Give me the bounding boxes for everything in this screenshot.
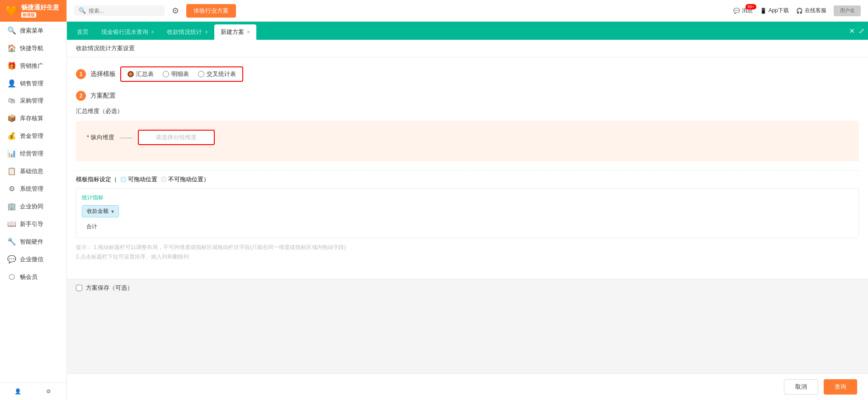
sidebar-item-quick-nav[interactable]: 🏠快捷导航: [0, 39, 66, 57]
dimension-section-title: 汇总维度（必选）: [76, 107, 859, 115]
sidebar-label-quick-nav: 快捷导航: [20, 44, 43, 52]
cancel-button[interactable]: 取消: [784, 379, 818, 395]
metric-sub-row: 合计: [82, 221, 853, 232]
page-content: 收款情况统计方案设置 1 选择模板 汇总表 明细表: [67, 40, 868, 373]
gear-icon[interactable]: ⚙: [172, 6, 179, 16]
sidebar-logo: 🧡 畅捷通好生意 标准版: [0, 0, 66, 22]
sidebar-label-corp: 企业协同: [20, 202, 43, 211]
expand-tab-icon[interactable]: ⤢: [859, 27, 864, 35]
dimension-select-button[interactable]: 请选择分组维度: [138, 130, 215, 145]
sidebar-label-guide: 新手引导: [20, 220, 43, 228]
metric-card-receipt[interactable]: 收款金额 ▾: [82, 205, 119, 217]
template-radio-group: 汇总表 明细表 交叉统计表: [120, 66, 243, 82]
metrics-header-label: 模板指标设定（: [76, 175, 117, 184]
page-header: 收款情况统计方案设置: [67, 40, 868, 57]
legend-fixed-text: 不可拖动位置）: [168, 175, 209, 184]
radio-detail[interactable]: 明细表: [163, 70, 189, 78]
sidebar-item-guide[interactable]: 📖新手引导: [0, 215, 66, 233]
radio-cross-input[interactable]: [198, 71, 204, 77]
close-tab-icon[interactable]: ✕: [849, 27, 855, 35]
legend-fixed-dot: [161, 177, 166, 182]
sidebar-icon-marketing: 🎁: [7, 61, 16, 70]
sidebar-icon-quick-nav: 🏠: [7, 44, 16, 52]
metric-card-row: 收款金额 ▾: [82, 205, 853, 221]
metrics-area: 统计指标 收款金额 ▾ 合计: [76, 188, 859, 238]
sidebar-label-purchase: 采购管理: [20, 97, 43, 105]
page-footer: 方案保存（可选）: [67, 279, 868, 296]
sidebar-item-corp[interactable]: 🏢企业协同: [0, 198, 66, 215]
metric-card-chevron: ▾: [111, 208, 114, 215]
sidebar-icon-wechat: 💬: [7, 255, 16, 264]
save-plan-checkbox[interactable]: [76, 285, 82, 291]
main-area: 🔍 ⚙ 体验行业方案 💬 消息 99+ 📱 App下载 🎧 在线客服 用户名 首…: [67, 0, 868, 400]
tabs-bar: 首页现金银行流水查询 ×收款情况统计 ×新建方案 × ✕ ⤢: [67, 22, 868, 40]
topbar-search-box[interactable]: 🔍: [74, 5, 165, 16]
sidebar-item-search-menu[interactable]: 🔍搜索菜单: [0, 22, 66, 39]
sidebar-item-operation[interactable]: 📊经营管理: [0, 145, 66, 162]
sidebar-label-search-menu: 搜索菜单: [20, 27, 43, 35]
message-button[interactable]: 💬 消息 99+: [733, 7, 753, 14]
sidebar-bottom: 👤 ⚙: [0, 382, 66, 400]
sidebar-icon-sales: 👤: [7, 79, 16, 88]
sidebar-item-finance[interactable]: 💰资金管理: [0, 127, 66, 145]
sidebar-icon-purchase: 🛍: [7, 97, 16, 105]
tip-2: 2.点击标题栏下拉可设置排序、插入列和删除列: [76, 253, 859, 261]
tab-close-bank-flow[interactable]: ×: [151, 29, 154, 35]
app-name: 畅捷通好生意: [21, 4, 59, 11]
sidebar-item-system[interactable]: ⚙系统管理: [0, 180, 66, 198]
tabs-actions: ✕ ⤢: [849, 27, 864, 35]
sidebar-item-purchase[interactable]: 🛍采购管理: [0, 92, 66, 109]
radio-summary-input[interactable]: [127, 71, 134, 77]
topbar-right: 💬 消息 99+ 📱 App下载 🎧 在线客服 用户名: [733, 5, 861, 16]
message-icon: 💬: [733, 8, 740, 14]
sidebar-item-member[interactable]: ⬡畅会员: [0, 268, 66, 286]
tab-new-plan[interactable]: 新建方案 ×: [214, 24, 256, 40]
step2-section: 2 方案配置 汇总维度（必选） * 纵向维度 —— 请选择分组维度: [76, 91, 859, 261]
vertical-label-text: * 纵向维度: [87, 133, 114, 141]
sidebar-item-hardware[interactable]: 🔧智能硬件: [0, 233, 66, 250]
query-button[interactable]: 查询: [824, 379, 857, 395]
radio-detail-input[interactable]: [163, 71, 169, 77]
tab-close-new-plan[interactable]: ×: [247, 29, 250, 35]
tab-close-receipt-stat[interactable]: ×: [205, 29, 208, 35]
breadcrumb: 收款情况统计方案设置: [76, 45, 135, 52]
plan-config: 汇总维度（必选） * 纵向维度 —— 请选择分组维度 模板指标: [76, 107, 859, 261]
form-area: 1 选择模板 汇总表 明细表 交叉统计表: [67, 57, 868, 279]
sidebar-bottom-left[interactable]: 👤: [4, 386, 33, 396]
sidebar-icon-finance: 💰: [7, 132, 16, 140]
action-bar: 取消 查询: [67, 373, 868, 400]
step1-number: 1: [76, 69, 86, 79]
tab-home[interactable]: 首页: [71, 24, 95, 40]
sidebar-item-wechat[interactable]: 💬企业微信: [0, 250, 66, 268]
avatar[interactable]: 用户名: [834, 5, 861, 16]
sidebar: 🧡 畅捷通好生意 标准版 🔍搜索菜单🏠快捷导航🎁营销推广👤销售管理🛍采购管理📦库…: [0, 0, 67, 400]
tab-receipt-stat[interactable]: 收款情况统计 ×: [160, 24, 214, 40]
sidebar-icon-search-menu: 🔍: [7, 26, 16, 35]
sidebar-label-hardware: 智能硬件: [20, 238, 43, 246]
radio-cross[interactable]: 交叉统计表: [198, 70, 236, 78]
search-input[interactable]: [89, 8, 152, 14]
sidebar-label-finance: 资金管理: [20, 132, 43, 140]
tab-bank-flow[interactable]: 现金银行流水查询 ×: [95, 24, 160, 40]
step1-section: 1 选择模板 汇总表 明细表 交叉统计表: [76, 66, 859, 82]
download-button[interactable]: 📱 App下载: [760, 7, 789, 14]
service-icon: 🎧: [796, 8, 803, 14]
service-button[interactable]: 🎧 在线客服: [796, 7, 826, 14]
radio-detail-label: 明细表: [171, 70, 189, 78]
legend-fixed: 不可拖动位置）: [161, 175, 209, 184]
vertical-dimension-row: * 纵向维度 —— 请选择分组维度: [87, 130, 848, 145]
radio-cross-label: 交叉统计表: [207, 70, 236, 78]
sidebar-item-marketing[interactable]: 🎁营销推广: [0, 57, 66, 75]
topbar: 🔍 ⚙ 体验行业方案 💬 消息 99+ 📱 App下载 🎧 在线客服 用户名: [67, 0, 868, 22]
radio-summary[interactable]: 汇总表: [127, 70, 154, 78]
sidebar-item-sales[interactable]: 👤销售管理: [0, 75, 66, 92]
sidebar-label-system: 系统管理: [20, 185, 43, 193]
sidebar-icon-system: ⚙: [7, 184, 16, 193]
tab-label-home: 首页: [77, 28, 89, 36]
sidebar-item-basic-info[interactable]: 📋基础信息: [0, 162, 66, 180]
tab-label-receipt-stat: 收款情况统计: [167, 28, 202, 36]
sidebar-bottom-right[interactable]: ⚙: [34, 386, 63, 396]
trial-button[interactable]: 体验行业方案: [186, 4, 236, 18]
sidebar-label-basic-info: 基础信息: [20, 167, 43, 175]
sidebar-item-inventory[interactable]: 📦库存核算: [0, 109, 66, 127]
